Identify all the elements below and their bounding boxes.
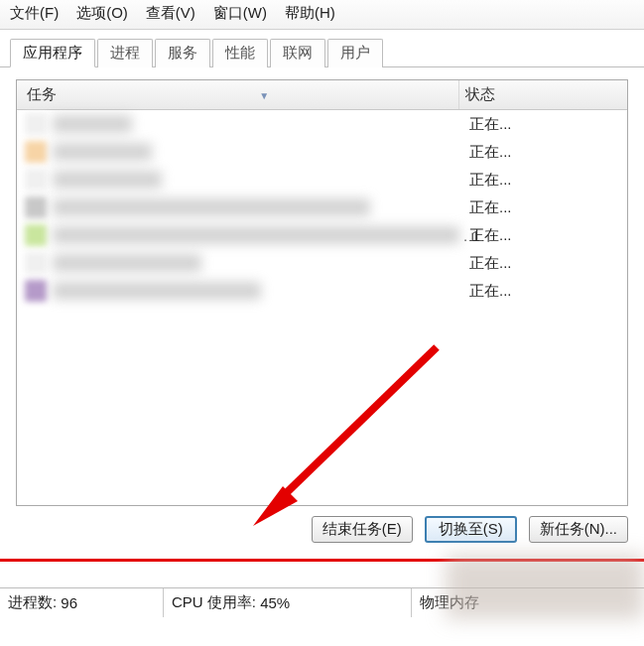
app-icon [25,141,47,163]
menu-help[interactable]: 帮助(H) [285,4,335,23]
applications-panel: 任务 ▼ 状态 正在...正在...正在...正在.... 1正在...正在..… [0,67,644,559]
status-cpu: CPU 使用率: 45% [164,588,412,617]
sort-indicator-icon: ▼ [259,90,269,101]
table-row[interactable]: . 1正在... [17,221,627,249]
status-processes-value: 96 [61,594,77,611]
status-bar: 进程数: 96 CPU 使用率: 45% 物理内存 [0,587,644,617]
table-row[interactable]: 正在... [17,138,627,166]
app-name-blurred [53,226,459,244]
table-body: 正在...正在...正在...正在.... 1正在...正在...正在... [17,110,627,505]
column-task[interactable]: 任务 ▼ [17,85,458,104]
status-cell: 正在... [469,282,512,301]
app-icon [25,252,47,274]
status-cell: 正在... [469,171,512,190]
table-row[interactable]: 正在... [17,194,627,221]
status-cpu-value: 45% [260,594,290,611]
switch-to-button[interactable]: 切换至(S) [425,516,517,543]
status-cell: 正在... [469,198,512,217]
app-name-blurred [53,282,261,300]
status-memory: 物理内存 [412,588,644,617]
app-icon [25,113,47,135]
status-processes-label: 进程数: [8,593,57,612]
column-task-label: 任务 [27,85,57,102]
blurred-region [446,555,644,619]
app-name-blurred [53,198,370,216]
tab-bar: 应用程序 进程 服务 性能 联网 用户 [0,30,644,67]
tab-users[interactable]: 用户 [327,39,383,67]
table-row[interactable]: 正在... [17,277,627,305]
status-cell: 正在... [469,254,512,273]
app-name-blurred [53,254,201,272]
status-cell: 正在... [469,115,512,134]
tab-applications[interactable]: 应用程序 [10,39,95,67]
tab-services[interactable]: 服务 [155,39,210,67]
status-processes: 进程数: 96 [0,588,164,617]
status-cell: 正在... [469,143,512,162]
status-cpu-label: CPU 使用率: [172,593,256,612]
menu-file[interactable]: 文件(F) [10,4,59,23]
app-icon [25,196,47,218]
end-task-button[interactable]: 结束任务(E) [312,516,413,543]
table-row[interactable]: 正在... [17,166,627,194]
button-row: 结束任务(E) 切换至(S) 新任务(N)... [16,506,628,551]
column-status[interactable]: 状态 [458,80,627,109]
tab-performance[interactable]: 性能 [212,39,268,67]
menu-window[interactable]: 窗口(W) [213,4,267,23]
menu-options[interactable]: 选项(O) [76,4,128,23]
table-row[interactable]: 正在... [17,249,627,277]
app-name-blurred [53,171,162,189]
task-table: 任务 ▼ 状态 正在...正在...正在...正在.... 1正在...正在..… [16,79,628,506]
menubar: 文件(F) 选项(O) 查看(V) 窗口(W) 帮助(H) [0,0,644,30]
tab-networking[interactable]: 联网 [270,39,325,67]
column-status-label: 状态 [465,85,495,104]
menu-view[interactable]: 查看(V) [146,4,195,23]
app-name-blurred [53,115,132,133]
app-icon [25,280,47,302]
app-name-blurred [53,143,152,161]
status-cell: 正在... [469,226,512,245]
tab-processes[interactable]: 进程 [97,39,153,67]
table-row[interactable]: 正在... [17,110,627,138]
table-header: 任务 ▼ 状态 [17,80,627,110]
app-icon [25,169,47,191]
new-task-button[interactable]: 新任务(N)... [529,516,628,543]
app-icon [25,224,47,246]
